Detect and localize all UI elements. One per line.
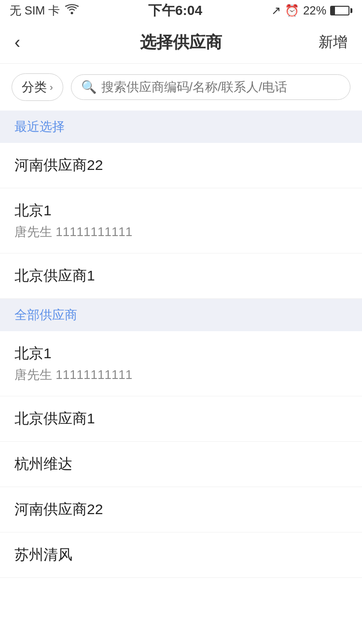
item-name: 杭州维达 bbox=[14, 454, 348, 474]
search-box[interactable]: 🔍 bbox=[71, 74, 350, 100]
filter-bar: 分类 › 🔍 bbox=[0, 64, 362, 111]
list-item[interactable]: 北京供应商1 bbox=[0, 396, 362, 442]
list-item[interactable]: 河南供应商22 bbox=[0, 487, 362, 532]
status-right: ↗ ⏰ 22% bbox=[271, 4, 352, 17]
alarm-icon: ⏰ bbox=[285, 4, 299, 17]
item-name: 河南供应商22 bbox=[14, 155, 348, 175]
status-time: 下午6:04 bbox=[148, 1, 202, 20]
nav-bar: ‹ 选择供应商 新增 bbox=[0, 21, 362, 64]
status-bar: 无 SIM 卡 下午6:04 ↗ ⏰ 22% bbox=[0, 0, 362, 21]
category-label: 分类 bbox=[22, 79, 47, 96]
item-name: 北京供应商1 bbox=[14, 409, 348, 429]
wifi-icon bbox=[65, 4, 79, 17]
item-name: 苏州清风 bbox=[14, 545, 348, 565]
location-icon: ↗ bbox=[271, 4, 281, 17]
item-sub: 唐先生 11111111111 bbox=[14, 224, 348, 240]
no-sim-label: 无 SIM 卡 bbox=[10, 3, 60, 18]
list-item[interactable]: 北京供应商1 bbox=[0, 253, 362, 299]
battery-indicator bbox=[330, 6, 352, 15]
list-item[interactable]: 北京1唐先生 11111111111 bbox=[0, 188, 362, 253]
category-button[interactable]: 分类 › bbox=[12, 73, 63, 101]
search-input[interactable] bbox=[101, 80, 340, 95]
item-name: 北京供应商1 bbox=[14, 266, 348, 286]
all-section-header: 全部供应商 bbox=[0, 299, 362, 331]
svg-point-0 bbox=[71, 12, 73, 14]
back-button[interactable]: ‹ bbox=[14, 32, 43, 53]
all-section-label: 全部供应商 bbox=[14, 308, 77, 322]
recent-items-list: 河南供应商22北京1唐先生 11111111111北京供应商1 bbox=[0, 143, 362, 299]
search-icon: 🔍 bbox=[81, 80, 97, 95]
list-item[interactable]: 北京1唐先生 11111111111 bbox=[0, 331, 362, 396]
all-items-list: 北京1唐先生 11111111111北京供应商1杭州维达河南供应商22苏州清风 bbox=[0, 331, 362, 578]
recent-section-header: 最近选择 bbox=[0, 111, 362, 143]
item-name: 北京1 bbox=[14, 201, 348, 221]
status-left: 无 SIM 卡 bbox=[10, 3, 79, 18]
add-button[interactable]: 新增 bbox=[319, 32, 348, 52]
battery-percent: 22% bbox=[303, 4, 326, 17]
item-name: 河南供应商22 bbox=[14, 500, 348, 519]
list-item[interactable]: 杭州维达 bbox=[0, 442, 362, 487]
chevron-right-icon: › bbox=[50, 82, 53, 93]
list-item[interactable]: 河南供应商22 bbox=[0, 143, 362, 188]
page-title: 选择供应商 bbox=[140, 31, 222, 54]
item-sub: 唐先生 11111111111 bbox=[14, 366, 348, 383]
list-item[interactable]: 苏州清风 bbox=[0, 532, 362, 578]
recent-section-label: 最近选择 bbox=[14, 119, 65, 134]
item-name: 北京1 bbox=[14, 344, 348, 364]
